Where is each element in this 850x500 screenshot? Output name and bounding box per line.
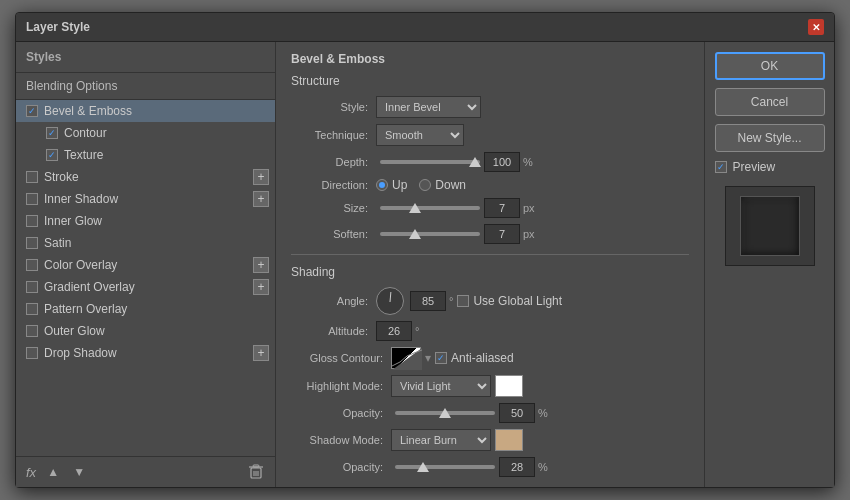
technique-select[interactable]: Smooth Chisel Hard Chisel Soft	[376, 124, 464, 146]
preview-checkbox[interactable]	[715, 161, 727, 173]
highlight-mode-select[interactable]: Vivid Light Normal Screen Overlay	[391, 375, 491, 397]
depth-input[interactable]	[484, 152, 520, 172]
direction-up-label: Up	[392, 178, 407, 192]
direction-up-option[interactable]: Up	[376, 178, 407, 192]
depth-thumb[interactable]	[469, 157, 481, 167]
shadow-mode-row: Shadow Mode: Linear Burn Multiply Normal…	[291, 429, 689, 451]
inner-glow-checkbox[interactable]	[26, 215, 38, 227]
direction-row: Direction: Up Down	[291, 178, 689, 192]
highlight-color-swatch[interactable]	[495, 375, 523, 397]
gradient-overlay-add-button[interactable]: +	[253, 279, 269, 295]
angle-input[interactable]	[410, 291, 446, 311]
highlight-opacity-input[interactable]	[499, 403, 535, 423]
direction-radio-group: Up Down	[376, 178, 466, 192]
layer-item-inner-shadow[interactable]: Inner Shadow +	[16, 188, 275, 210]
depth-slider[interactable]	[380, 160, 480, 164]
angle-widget[interactable]	[376, 287, 404, 315]
size-slider[interactable]	[380, 206, 480, 210]
preview-group: Preview	[715, 160, 825, 174]
color-overlay-add-button[interactable]: +	[253, 257, 269, 273]
shadow-color-swatch[interactable]	[495, 429, 523, 451]
angle-row: Angle: ° Use Global Light	[291, 287, 689, 315]
size-thumb[interactable]	[409, 203, 421, 213]
shadow-opacity-slider[interactable]	[395, 465, 495, 469]
depth-row: Depth: %	[291, 152, 689, 172]
soften-slider[interactable]	[380, 232, 480, 236]
blending-options-item[interactable]: Blending Options	[16, 73, 275, 100]
layer-item-stroke[interactable]: Stroke +	[16, 166, 275, 188]
highlight-opacity-slider[interactable]	[395, 411, 495, 415]
delete-button[interactable]	[247, 463, 265, 481]
inner-glow-label: Inner Glow	[44, 214, 102, 228]
layer-item-pattern-overlay[interactable]: Pattern Overlay	[16, 298, 275, 320]
style-select[interactable]: Inner Bevel Outer Bevel Emboss Pillow Em…	[376, 96, 481, 118]
altitude-input[interactable]	[376, 321, 412, 341]
shading-divider	[291, 254, 689, 255]
angle-label: Angle:	[291, 295, 376, 307]
highlight-mode-label: Highlight Mode:	[291, 380, 391, 392]
inner-shadow-add-button[interactable]: +	[253, 191, 269, 207]
soften-thumb[interactable]	[409, 229, 421, 239]
svg-rect-2	[253, 465, 259, 467]
middle-panel: Bevel & Emboss Structure Style: Inner Be…	[276, 42, 704, 487]
move-up-button[interactable]: ▲	[44, 463, 62, 481]
direction-down-option[interactable]: Down	[419, 178, 466, 192]
cancel-button[interactable]: Cancel	[715, 88, 825, 116]
use-global-light-checkbox[interactable]	[457, 295, 469, 307]
gloss-contour-preview[interactable]	[391, 347, 421, 369]
outer-glow-label: Outer Glow	[44, 324, 105, 338]
drop-shadow-add-button[interactable]: +	[253, 345, 269, 361]
layer-item-satin[interactable]: Satin	[16, 232, 275, 254]
soften-input[interactable]	[484, 224, 520, 244]
stroke-add-button[interactable]: +	[253, 169, 269, 185]
inner-shadow-label: Inner Shadow	[44, 192, 118, 206]
layer-item-gradient-overlay[interactable]: Gradient Overlay +	[16, 276, 275, 298]
shadow-opacity-input[interactable]	[499, 457, 535, 477]
size-input[interactable]	[484, 198, 520, 218]
direction-down-radio[interactable]	[419, 179, 431, 191]
fx-label: fx	[26, 465, 36, 480]
move-down-button[interactable]: ▼	[70, 463, 88, 481]
close-button[interactable]: ✕	[808, 19, 824, 35]
ok-button[interactable]: OK	[715, 52, 825, 80]
pattern-overlay-checkbox[interactable]	[26, 303, 38, 315]
layer-item-drop-shadow[interactable]: Drop Shadow +	[16, 342, 275, 364]
contour-checkbox[interactable]	[46, 127, 58, 139]
depth-unit: %	[523, 156, 533, 168]
shadow-mode-select[interactable]: Linear Burn Multiply Normal Color Burn	[391, 429, 491, 451]
layer-item-texture[interactable]: Texture	[16, 144, 275, 166]
use-global-light-group: Use Global Light	[457, 294, 562, 308]
color-overlay-label: Color Overlay	[44, 258, 117, 272]
stroke-checkbox[interactable]	[26, 171, 38, 183]
shadow-opacity-thumb[interactable]	[417, 462, 429, 472]
new-style-button[interactable]: New Style...	[715, 124, 825, 152]
highlight-opacity-thumb[interactable]	[439, 408, 451, 418]
technique-label: Technique:	[291, 129, 376, 141]
shadow-mode-label: Shadow Mode:	[291, 434, 391, 446]
gradient-overlay-checkbox[interactable]	[26, 281, 38, 293]
size-row: Size: px	[291, 198, 689, 218]
size-unit: px	[523, 202, 535, 214]
layer-item-bevel-emboss[interactable]: Bevel & Emboss	[16, 100, 275, 122]
shadow-opacity-unit: %	[538, 461, 548, 473]
layer-item-inner-glow[interactable]: Inner Glow	[16, 210, 275, 232]
bevel-emboss-section-title: Bevel & Emboss	[291, 52, 689, 66]
layer-item-color-overlay[interactable]: Color Overlay +	[16, 254, 275, 276]
soften-unit: px	[523, 228, 535, 240]
satin-checkbox[interactable]	[26, 237, 38, 249]
anti-aliased-checkbox[interactable]	[435, 352, 447, 364]
shadow-opacity-label: Opacity:	[291, 461, 391, 473]
drop-shadow-checkbox[interactable]	[26, 347, 38, 359]
highlight-mode-row: Highlight Mode: Vivid Light Normal Scree…	[291, 375, 689, 397]
inner-shadow-checkbox[interactable]	[26, 193, 38, 205]
color-overlay-checkbox[interactable]	[26, 259, 38, 271]
layer-item-contour[interactable]: Contour	[16, 122, 275, 144]
layer-item-outer-glow[interactable]: Outer Glow	[16, 320, 275, 342]
bevel-emboss-checkbox[interactable]	[26, 105, 38, 117]
altitude-row: Altitude: °	[291, 321, 689, 341]
direction-up-radio[interactable]	[376, 179, 388, 191]
direction-down-label: Down	[435, 178, 466, 192]
gloss-contour-row: Gloss Contour: ▾ Anti-aliased	[291, 347, 689, 369]
texture-checkbox[interactable]	[46, 149, 58, 161]
outer-glow-checkbox[interactable]	[26, 325, 38, 337]
